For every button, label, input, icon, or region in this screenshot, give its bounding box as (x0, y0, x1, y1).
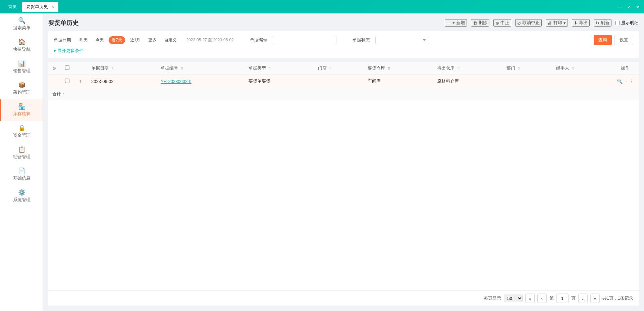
row-type: 要货单要货 (249, 79, 270, 84)
current-page-input[interactable] (556, 294, 569, 303)
pending-warehouse-sort-icon[interactable]: ⇅ (457, 66, 460, 70)
sidebar-purchase-label: 采购管理 (13, 89, 31, 95)
prev-page-button[interactable]: ‹ (537, 294, 547, 303)
order-number-input[interactable] (273, 36, 336, 44)
code-sort-icon[interactable]: ⇅ (181, 66, 183, 70)
date-btn-1month[interactable]: 近1月 (127, 36, 144, 44)
maximize-icon[interactable]: ⤢ (627, 4, 631, 9)
sidebar-item-search-menu[interactable]: 🔍 搜索菜单 (0, 13, 43, 35)
row-checkbox[interactable] (65, 79, 69, 83)
row-checkbox-cell (60, 75, 74, 88)
search-menu-icon: 🔍 (18, 17, 25, 24)
tab-requisition-history[interactable]: 要货单历史 ✕ (22, 2, 58, 12)
finance-icon: 🔒 (18, 125, 25, 131)
select-all-checkbox[interactable] (65, 65, 69, 70)
export-button[interactable]: ⬇ 导出 (572, 19, 590, 27)
date-filter-label: 单据日期 (54, 37, 71, 43)
req-warehouse-sort-icon[interactable]: ⇅ (388, 66, 390, 70)
row-date-cell: 2023-06-02 (87, 75, 157, 88)
show-detail-toggle[interactable]: 显示明细 (615, 20, 639, 26)
th-type: 单据类型 ⇅ (245, 62, 314, 75)
sidebar-quick-nav-label: 快捷导航 (13, 46, 31, 52)
status-label: 单据状态 (353, 37, 370, 43)
print-button[interactable]: 🖨 打印 ▾ (546, 19, 568, 27)
sidebar-item-basic-info[interactable]: 📄 基础信息 (0, 164, 43, 185)
expand-conditions-button[interactable]: ▾ 展开更多条件 (54, 48, 633, 54)
th-action-label: 操作 (621, 65, 630, 71)
date-btn-today[interactable]: 今天 (93, 36, 107, 44)
th-store: 门店 ⇅ (314, 62, 364, 75)
suspend-button[interactable]: ⊗ 中止 (493, 19, 511, 27)
sidebar-item-purchase-mgmt[interactable]: 📦 采购管理 (0, 78, 43, 99)
tab-close-icon[interactable]: ✕ (51, 5, 54, 9)
filter-area: 单据日期 昨天 今天 近7天 近1月 更多 自定义 2023-05-27 至 2… (48, 31, 639, 58)
date-filter-buttons: 昨天 今天 近7天 近1月 更多 自定义 (76, 36, 179, 44)
expand-row: ▾ 展开更多条件 (54, 48, 633, 54)
sidebar-item-sales-mgmt[interactable]: 📊 销售管理 (0, 56, 43, 78)
settings-button[interactable]: 设置 (614, 35, 633, 45)
per-page-select[interactable]: 20 50 100 200 (504, 295, 523, 302)
minimize-icon[interactable]: — (618, 4, 622, 9)
sidebar-system-label: 系统管理 (13, 197, 31, 203)
tab-home-label: 首页 (8, 4, 17, 10)
delete-label: 删除 (479, 20, 487, 26)
row-action-cell: 🔍 ⋮⋮ (612, 75, 639, 88)
store-sort-icon[interactable]: ⇅ (329, 66, 332, 70)
date-btn-custom[interactable]: 自定义 (161, 36, 179, 44)
sidebar-item-finance-mgmt[interactable]: 🔒 资金管理 (0, 121, 43, 142)
sidebar-sales-label: 销售管理 (13, 68, 31, 74)
status-select[interactable] (375, 36, 429, 44)
refresh-icon: ↻ (596, 20, 599, 26)
row-view-icon[interactable]: 🔍 (617, 79, 623, 84)
last-page-button[interactable]: » (590, 294, 600, 303)
type-sort-icon[interactable]: ⇅ (268, 66, 271, 70)
query-button[interactable]: 查询 (594, 35, 612, 45)
sidebar-finance-label: 资金管理 (13, 132, 31, 138)
th-action: 操作 (612, 62, 639, 75)
th-pending-warehouse-label: 待出仓库 (437, 65, 454, 71)
page-header: 要货单历史 ＋ + 新增 🗑 删除 ⊗ 中止 ⊘ 取消中止 (48, 19, 639, 27)
page-label-after: 页 (571, 295, 576, 301)
date-sort-icon[interactable]: ⇅ (111, 66, 114, 70)
sidebar-item-system-mgmt[interactable]: ⚙️ 系统管理 (0, 185, 43, 207)
handler-sort-icon[interactable]: ⇅ (572, 66, 575, 70)
first-page-button[interactable]: « (525, 294, 535, 303)
date-btn-more[interactable]: 更多 (145, 36, 159, 44)
delete-icon: 🗑 (473, 20, 477, 26)
next-page-button[interactable]: › (578, 294, 588, 303)
date-btn-yesterday[interactable]: 昨天 (76, 36, 91, 44)
cancel-suspend-button[interactable]: ⊘ 取消中止 (515, 19, 542, 27)
expand-label: 展开更多条件 (57, 48, 84, 54)
row-date: 2023-06-02 (91, 79, 114, 84)
tab-home[interactable]: 首页 (4, 2, 21, 12)
column-settings-icon[interactable]: ⚙ (52, 66, 56, 71)
new-button[interactable]: ＋ + 新增 (445, 19, 467, 27)
data-table: ⚙ 单据日期 ⇅ 单据编号 ⇅ (48, 62, 639, 88)
footer-total-label: 合计： (52, 91, 65, 96)
sidebar-item-quick-nav[interactable]: 🏠 快捷导航 (0, 35, 43, 56)
th-pending-warehouse: 待出仓库 ⇅ (433, 62, 502, 75)
row-req-warehouse-cell: 车间库 (364, 75, 433, 88)
th-store-label: 门店 (318, 65, 327, 71)
delete-button[interactable]: 🗑 删除 (471, 19, 489, 27)
sidebar-item-inventory-accounting[interactable]: 🏪 库存核算 (0, 99, 43, 121)
table-footer: 合计： (48, 88, 639, 100)
th-code-label: 单据编号 (161, 65, 178, 71)
row-settings-cell (48, 75, 60, 88)
date-btn-7days[interactable]: 近7天 (109, 36, 125, 44)
window-close-icon[interactable]: ✕ (636, 4, 640, 9)
show-detail-checkbox[interactable] (615, 21, 620, 25)
refresh-button[interactable]: ↻ 刷新 (594, 19, 611, 27)
refresh-label: 刷新 (601, 20, 609, 26)
top-bar-right: — ⤢ ✕ (618, 4, 640, 9)
row-code-link[interactable]: YH-20230602-0 (161, 79, 192, 84)
row-store-cell (314, 75, 364, 88)
purchase-mgmt-icon: 📦 (18, 82, 25, 88)
print-dropdown-icon: ▾ (564, 20, 566, 26)
sidebar-item-operation-mgmt[interactable]: 📋 经营管理 (0, 142, 43, 164)
row-more-icon[interactable]: ⋮⋮ (625, 79, 634, 84)
th-code: 单据编号 ⇅ (157, 62, 245, 75)
row-handler-cell (552, 75, 612, 88)
print-label: 打印 (553, 20, 562, 26)
department-sort-icon[interactable]: ⇅ (518, 66, 521, 70)
